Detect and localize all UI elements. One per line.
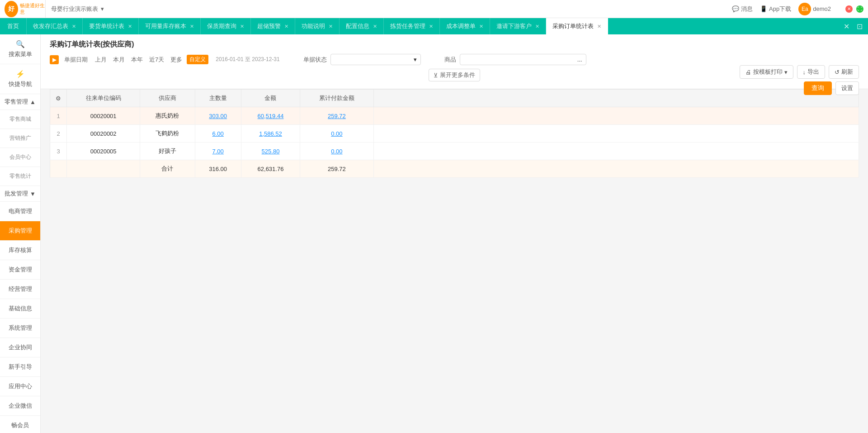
close-button[interactable]: ✕ — [845, 5, 853, 13]
date-filter-label: 单据日期 — [64, 56, 88, 64]
shortcut-last-7-days[interactable]: 近7天 — [147, 55, 166, 65]
sidebar-item-marketing[interactable]: 营销推广 — [0, 129, 40, 148]
close-tab-expiry[interactable]: ✕ — [240, 24, 244, 29]
sidebar-item-app-center[interactable]: 应用中心 — [0, 377, 40, 396]
logo-icon: 好 — [5, 1, 18, 17]
table-header-row: ⚙ 往来单位编码 供应商 主数量 金额 累计付款金额 — [50, 90, 859, 107]
tab-picking-task[interactable]: 拣货任务管理 ✕ — [384, 18, 440, 34]
ecommerce-label: 电商管理 — [9, 207, 32, 215]
tab-collection-summary[interactable]: 收发存汇总表 ✕ — [27, 18, 83, 34]
sidebar-item-system[interactable]: 系统管理 — [0, 319, 40, 338]
nav-menu-btn[interactable]: ⊡ — [855, 20, 864, 33]
product-input-more: ... — [577, 56, 582, 63]
wholesale-label: 批发管理 — [5, 190, 28, 198]
row-1-empty — [373, 107, 859, 125]
enterprise-label: 企业协同 — [9, 343, 32, 352]
tab-config-info[interactable]: 配置信息 ✕ — [340, 18, 384, 34]
close-tab-config[interactable]: ✕ — [373, 24, 377, 29]
row-1-paid[interactable]: 259.72 — [300, 107, 373, 125]
tab-home[interactable]: 首页 — [0, 18, 27, 34]
row-3-paid[interactable]: 0.00 — [300, 143, 373, 160]
sidebar-item-purchase[interactable]: 采购管理 — [0, 221, 40, 241]
col-settings[interactable]: ⚙ — [50, 90, 67, 107]
retail-mall-label: 零售商城 — [9, 115, 31, 123]
industry-selector[interactable]: 母婴行业演示账表 ▾ — [45, 0, 112, 18]
page-title: 采购订单统计表(按供应商) — [50, 40, 859, 49]
row-2-amount[interactable]: 1,586.52 — [241, 125, 300, 143]
close-tab-overstock[interactable]: ✕ — [284, 24, 288, 29]
close-tab-purchase[interactable]: ✕ — [597, 24, 601, 29]
sidebar-item-basic-info[interactable]: 基础信息 — [0, 299, 40, 319]
status-select[interactable]: ▾ — [330, 54, 421, 65]
close-tab-function[interactable]: ✕ — [329, 24, 333, 29]
sidebar-item-vip[interactable]: 畅会员 — [0, 416, 40, 433]
tab-cost-adjust[interactable]: 成本调整单 ✕ — [440, 18, 490, 34]
row-1-amount[interactable]: 60,519.44 — [241, 107, 300, 125]
custom-date-tag[interactable]: 自定义 — [187, 55, 208, 64]
print-button[interactable]: 🖨 按模板打印 ▾ — [740, 65, 793, 79]
tab-inventory-ledger[interactable]: 可用量库存账本 ✕ — [139, 18, 201, 34]
product-input[interactable]: ... — [460, 54, 586, 65]
tab-invite-downstream[interactable]: 邀请下游客户 ✕ — [490, 18, 546, 34]
content-area: 采购订单统计表(按供应商) ▶ 单据日期 上月 本月 本年 近7天 更多 自定义… — [41, 34, 868, 433]
guide-label: 新手引导 — [9, 363, 32, 371]
row-3-quantity[interactable]: 7.00 — [195, 143, 241, 160]
sidebar-item-retail-stats[interactable]: 零售统计 — [0, 167, 40, 186]
finance-label: 资金管理 — [9, 266, 32, 274]
message-btn[interactable]: 💬 消息 — [732, 5, 753, 13]
close-tab-picking[interactable]: ✕ — [429, 24, 433, 29]
tab-order-stats[interactable]: 要货单统计表 ✕ — [83, 18, 139, 34]
row-1-supplier: 惠氏奶粉 — [140, 107, 195, 125]
sidebar-item-ecommerce[interactable]: 电商管理 — [0, 202, 40, 221]
footer-amount: 62,631.76 — [241, 160, 300, 178]
refresh-button[interactable]: ↺ 刷新 — [829, 65, 859, 79]
sidebar-item-wholesale[interactable]: 批发管理 ▼ — [0, 186, 40, 202]
settings-button[interactable]: 设置 — [835, 81, 859, 95]
shortcut-more[interactable]: 更多 — [169, 55, 184, 65]
shortcut-this-month[interactable]: 本月 — [111, 55, 127, 65]
expand-more-btn[interactable]: ⊻ 展开更多条件 — [429, 69, 480, 81]
sidebar-item-shortcut[interactable]: ⚡ 快捷导航 — [0, 64, 40, 94]
sidebar-item-member[interactable]: 会员中心 — [0, 148, 40, 167]
footer-paid: 259.72 — [300, 160, 373, 178]
close-tab-invite[interactable]: ✕ — [535, 24, 539, 29]
query-button[interactable]: 查询 — [804, 81, 832, 95]
tab-overstock-warning[interactable]: 超储预警 ✕ — [251, 18, 295, 34]
sidebar-item-inventory[interactable]: 库存核算 — [0, 241, 40, 260]
chevron-up-icon: ▲ — [30, 99, 36, 105]
nav-tabs-end: ✕ ⊡ — [842, 20, 868, 33]
row-1-quantity[interactable]: 303.00 — [195, 107, 241, 125]
sidebar-item-operations[interactable]: 经营管理 — [0, 280, 40, 299]
row-3-empty — [373, 143, 859, 160]
sidebar-item-wechat[interactable]: 企业微信 — [0, 396, 40, 416]
sidebar-item-finance[interactable]: 资金管理 — [0, 260, 40, 280]
sidebar-item-retail-mgmt[interactable]: 零售管理 ▲ — [0, 94, 40, 110]
top-right: 💬 消息 📱 App下载 Ea demo2 ✕ ⛶ — [732, 3, 863, 15]
row-2-index: 2 — [50, 125, 67, 143]
close-tab-order[interactable]: ✕ — [128, 24, 132, 29]
user-area[interactable]: Ea demo2 — [798, 3, 831, 15]
export-button[interactable]: ↓ 导出 — [797, 65, 826, 79]
sidebar-item-search[interactable]: 🔍 搜索菜单 — [0, 34, 40, 64]
close-tab-collection[interactable]: ✕ — [72, 24, 76, 29]
export-icon: ↓ — [803, 69, 806, 76]
sidebar-item-retail-mall[interactable]: 零售商城 — [0, 110, 40, 129]
tab-purchase-order-stats[interactable]: 采购订单统计表 ✕ — [546, 18, 608, 34]
row-2-quantity[interactable]: 6.00 — [195, 125, 241, 143]
sidebar-item-enterprise[interactable]: 企业协同 — [0, 338, 40, 357]
close-tab-cost[interactable]: ✕ — [479, 24, 483, 29]
row-3-amount[interactable]: 525.80 — [241, 143, 300, 160]
filter-toggle[interactable]: ▶ — [50, 55, 59, 64]
shortcut-last-month[interactable]: 上月 — [93, 55, 108, 65]
close-tab-inventory[interactable]: ✕ — [190, 24, 194, 29]
maximize-button[interactable]: ⛶ — [856, 5, 863, 13]
tab-function-desc[interactable]: 功能说明 ✕ — [295, 18, 340, 34]
sidebar-item-guide[interactable]: 新手引导 — [0, 357, 40, 377]
shortcut-this-year[interactable]: 本年 — [129, 55, 145, 65]
tab-expiry-query[interactable]: 保质期查询 ✕ — [201, 18, 251, 34]
purchase-label: 采购管理 — [9, 227, 32, 235]
user-name: demo2 — [813, 5, 831, 12]
app-download-btn[interactable]: 📱 App下载 — [760, 5, 791, 13]
nav-close-btn[interactable]: ✕ — [842, 20, 851, 33]
row-2-paid[interactable]: 0.00 — [300, 125, 373, 143]
